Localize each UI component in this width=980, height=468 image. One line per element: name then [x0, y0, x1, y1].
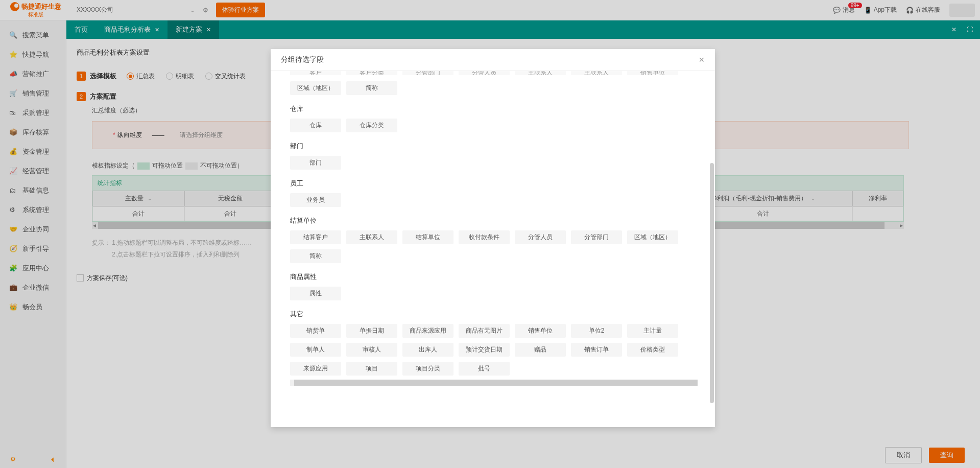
field-chip[interactable]: 结算客户: [290, 230, 341, 244]
field-chip[interactable]: 收付款条件: [459, 230, 510, 244]
field-chip[interactable]: 客户分类: [346, 71, 397, 75]
field-chip[interactable]: 业务员: [290, 193, 341, 207]
field-chip[interactable]: 单据日期: [346, 324, 397, 338]
field-row: 部门: [290, 156, 696, 170]
field-chip[interactable]: 区域（地区）: [290, 81, 341, 95]
field-row: 结算客户主联系人结算单位收付款条件分管人员分管部门区域（地区）简称: [290, 230, 696, 263]
field-chip[interactable]: 客户: [290, 71, 341, 75]
field-chip[interactable]: 分管部门: [402, 71, 453, 75]
field-chip[interactable]: 属性: [290, 287, 341, 300]
modal-body: 客户客户分类分管部门分管人员主联系人主联系人销售单位 区域（地区）简称仓库仓库仓…: [271, 71, 715, 427]
field-chip[interactable]: 销售单位: [627, 71, 678, 75]
field-row: 区域（地区）简称: [290, 81, 696, 95]
field-chip[interactable]: 商品来源应用: [402, 324, 453, 338]
field-group-title: 部门: [290, 142, 696, 151]
field-chip[interactable]: 来源应用: [290, 362, 341, 376]
field-group-title: 结算单位: [290, 216, 696, 225]
field-chip[interactable]: 销售单位: [515, 324, 566, 338]
field-chip[interactable]: 主联系人: [571, 71, 622, 75]
modal-v-scrollbar[interactable]: [710, 71, 714, 417]
field-chip[interactable]: 主联系人: [346, 230, 397, 244]
field-chip[interactable]: 价格类型: [627, 343, 678, 357]
field-chip[interactable]: 单位2: [571, 324, 622, 338]
field-group-title: 商品属性: [290, 272, 696, 282]
field-chip[interactable]: 出库人: [402, 343, 453, 357]
field-chip[interactable]: 区域（地区）: [627, 230, 678, 244]
modal-title: 分组待选字段: [281, 55, 324, 64]
field-chip[interactable]: 主计量: [627, 324, 678, 338]
field-chip[interactable]: 预计交货日期: [459, 343, 510, 357]
field-chip[interactable]: 销售订单: [571, 343, 622, 357]
field-row-partial: 客户客户分类分管部门分管人员主联系人主联系人销售单位: [290, 71, 696, 75]
close-icon[interactable]: ✕: [699, 56, 705, 64]
field-chip[interactable]: 制单人: [290, 343, 341, 357]
modal-v-scrollbar-thumb[interactable]: [710, 163, 714, 403]
field-chip[interactable]: 仓库分类: [346, 119, 397, 132]
field-chip[interactable]: 分管部门: [571, 230, 622, 244]
field-row: 业务员: [290, 193, 696, 207]
field-chip[interactable]: 项目: [346, 362, 397, 376]
field-chip[interactable]: 审核人: [346, 343, 397, 357]
field-group-title: 其它: [290, 310, 696, 319]
modal-h-scrollbar-thumb[interactable]: [294, 380, 698, 386]
field-chip[interactable]: 仓库: [290, 119, 341, 132]
field-chip[interactable]: 简称: [346, 81, 397, 95]
field-chip[interactable]: 分管人员: [515, 230, 566, 244]
field-row: 仓库仓库分类: [290, 119, 696, 132]
field-row: 销货单单据日期商品来源应用商品有无图片销售单位单位2主计量制单人审核人出库人预计…: [290, 324, 696, 376]
field-row: 属性: [290, 287, 696, 300]
field-chip[interactable]: 赠品: [515, 343, 566, 357]
modal: 分组待选字段 ✕ 客户客户分类分管部门分管人员主联系人主联系人销售单位 区域（地…: [271, 49, 715, 427]
field-chip[interactable]: 部门: [290, 156, 341, 170]
field-chip[interactable]: 销货单: [290, 324, 341, 338]
field-chip[interactable]: 主联系人: [515, 71, 566, 75]
field-chip[interactable]: 项目分类: [402, 362, 453, 376]
field-group-title: 仓库: [290, 104, 696, 113]
field-group-title: 员工: [290, 179, 696, 188]
field-chip[interactable]: 批号: [459, 362, 510, 376]
field-chip[interactable]: 简称: [290, 249, 341, 263]
modal-header: 分组待选字段 ✕: [271, 49, 715, 71]
field-chip[interactable]: 结算单位: [402, 230, 453, 244]
field-chip[interactable]: 商品有无图片: [459, 324, 510, 338]
field-chip[interactable]: 分管人员: [459, 71, 510, 75]
modal-h-scrollbar[interactable]: [290, 380, 696, 386]
